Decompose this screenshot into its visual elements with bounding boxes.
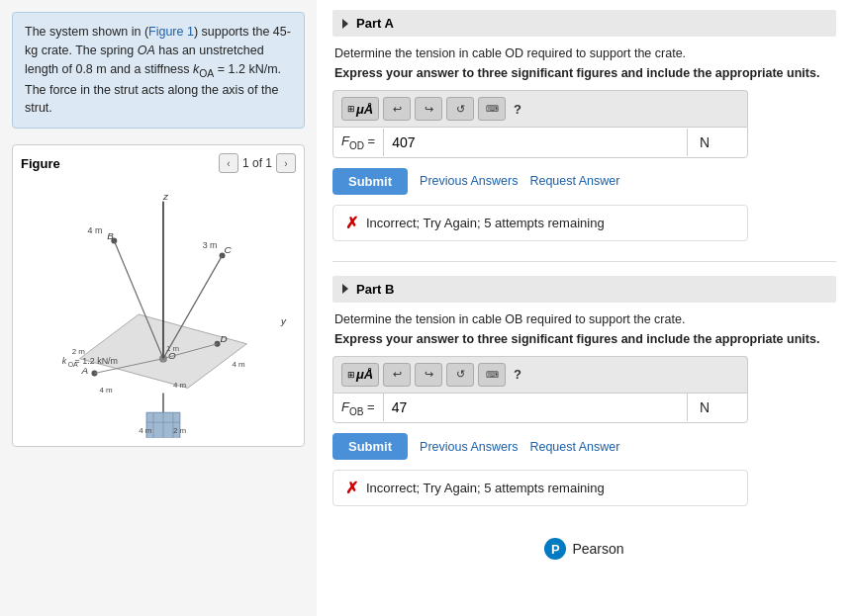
part-b-label: Part B <box>356 282 394 297</box>
svg-text:2 m: 2 m <box>173 426 187 435</box>
part-a-answer-input[interactable]: 407 <box>383 129 688 156</box>
svg-text:1 m: 1 m <box>166 344 180 353</box>
part-a-description: Determine the tension in cable OD requir… <box>332 46 836 60</box>
part-b-request-answer-link[interactable]: Request Answer <box>529 440 619 454</box>
part-a-prev-answers-link[interactable]: Previous Answers <box>420 174 518 188</box>
redo-button-b[interactable]: ↪ <box>415 363 442 387</box>
help-icon-a: ? <box>514 102 521 117</box>
undo-button-a[interactable]: ↩ <box>383 97 411 121</box>
refresh-button-a[interactable]: ↺ <box>446 97 474 121</box>
help-icon-b: ? <box>514 367 521 382</box>
svg-text:4 m: 4 m <box>173 382 187 391</box>
part-a-header: Part A <box>332 10 836 37</box>
svg-text:4 m: 4 m <box>232 360 245 369</box>
part-b-answer-input[interactable]: 47 <box>383 394 688 421</box>
figure-next-button[interactable]: › <box>276 153 296 173</box>
part-b-formula-label: FOB = <box>333 394 383 423</box>
part-a-submit-button[interactable]: Submit <box>332 168 408 195</box>
pearson-footer: P Pearson <box>332 526 836 564</box>
part-b-description: Determine the tension in cable OB requir… <box>332 312 836 326</box>
svg-text:z: z <box>162 191 168 202</box>
part-a-submit-row: Submit Previous Answers Request Answer <box>332 168 836 195</box>
svg-text:4 m: 4 m <box>99 387 113 396</box>
svg-text:3 m: 3 m <box>203 241 218 251</box>
part-b-input-row: FOB = 47 N <box>332 393 748 424</box>
keyboard-button-b[interactable]: ⌨ <box>478 363 506 387</box>
figure-page: 1 of 1 <box>242 156 272 170</box>
figure-link[interactable]: Figure 1 <box>148 25 194 39</box>
problem-text-pre: The system shown in ( <box>25 25 148 39</box>
part-b-error-icon: ✗ <box>345 479 358 497</box>
part-a-toolbar: ⊞ μÅ ↩ ↪ ↺ ⌨ ? <box>332 90 748 127</box>
svg-text:2 m: 2 m <box>72 347 86 356</box>
part-a-toggle[interactable] <box>342 19 348 29</box>
part-a-section: Part A Determine the tension in cable OD… <box>332 10 836 241</box>
part-b-error-message: ✗ Incorrect; Try Again; 5 attempts remai… <box>332 470 748 506</box>
part-a-answer-wrapper: ⊞ μÅ ↩ ↪ ↺ ⌨ ? FOD = 407 N <box>332 90 836 158</box>
part-b-prev-answers-link[interactable]: Previous Answers <box>420 440 518 454</box>
redo-button-a[interactable]: ↪ <box>415 97 442 121</box>
part-a-request-answer-link[interactable]: Request Answer <box>529 174 619 188</box>
part-a-input-row: FOD = 407 N <box>332 127 748 158</box>
part-a-error-icon: ✗ <box>345 214 358 232</box>
part-a-label: Part A <box>356 16 394 31</box>
figure-title: Figure <box>21 156 60 171</box>
refresh-button-b[interactable]: ↺ <box>446 363 474 387</box>
svg-text:D: D <box>221 333 228 344</box>
part-b-toolbar: ⊞ μÅ ↩ ↪ ↺ ⌨ ? <box>332 356 748 393</box>
part-b-answer-wrapper: ⊞ μÅ ↩ ↪ ↺ ⌨ ? FOB = 47 N <box>332 356 836 424</box>
svg-text:k: k <box>62 356 67 366</box>
part-b-instructions: Express your answer to three significant… <box>332 332 836 346</box>
part-a-error-message: ✗ Incorrect; Try Again; 5 attempts remai… <box>332 205 748 241</box>
part-b-units: N <box>688 394 747 421</box>
svg-text:y: y <box>280 315 287 326</box>
svg-text:B: B <box>107 230 114 241</box>
figure-section: Figure ‹ 1 of 1 › z y B <box>12 144 305 447</box>
svg-text:A: A <box>81 365 89 376</box>
svg-text:= 1.2 kN/m: = 1.2 kN/m <box>75 356 118 366</box>
problem-statement: The system shown in (Figure 1) supports … <box>12 12 305 129</box>
part-b-section: Part B Determine the tension in cable OB… <box>332 276 836 507</box>
mu-icon-a: μÅ <box>356 102 373 117</box>
svg-text:C: C <box>225 245 233 256</box>
mu-icon-b: μÅ <box>356 367 373 382</box>
stiffness-sub: OA <box>199 67 214 78</box>
svg-text:4 m: 4 m <box>139 426 152 435</box>
part-b-submit-row: Submit Previous Answers Request Answer <box>332 433 836 460</box>
format-button-a[interactable]: ⊞ μÅ <box>341 97 379 121</box>
section-divider <box>332 261 836 262</box>
part-b-error-text: Incorrect; Try Again; 5 attempts remaini… <box>366 481 605 495</box>
right-panel: Part A Determine the tension in cable OD… <box>317 0 852 616</box>
undo-button-b[interactable]: ↩ <box>383 363 411 387</box>
part-a-error-text: Incorrect; Try Again; 5 attempts remaini… <box>366 216 605 230</box>
left-panel: The system shown in (Figure 1) supports … <box>0 0 317 616</box>
keyboard-button-a[interactable]: ⌨ <box>478 97 506 121</box>
part-a-instructions: Express your answer to three significant… <box>332 66 836 80</box>
part-b-toggle[interactable] <box>342 284 348 294</box>
part-a-formula-label: FOD = <box>333 128 383 157</box>
figure-nav: ‹ 1 of 1 › <box>219 153 296 173</box>
pearson-logo: P <box>544 538 566 560</box>
pearson-label: Pearson <box>572 541 623 557</box>
figure-header: Figure ‹ 1 of 1 › <box>21 153 296 173</box>
diagram-svg: z y B 4 m C 3 m O A <box>21 181 296 438</box>
part-b-header: Part B <box>332 276 836 303</box>
figure-prev-button[interactable]: ‹ <box>219 153 238 173</box>
spring-label: OA <box>138 44 155 57</box>
part-a-units: N <box>688 129 747 156</box>
svg-rect-0 <box>21 182 296 437</box>
figure-image: z y B 4 m C 3 m O A <box>21 181 296 438</box>
part-b-submit-button[interactable]: Submit <box>332 433 408 460</box>
format-button-b[interactable]: ⊞ μÅ <box>341 363 379 387</box>
svg-text:4 m: 4 m <box>88 225 103 235</box>
